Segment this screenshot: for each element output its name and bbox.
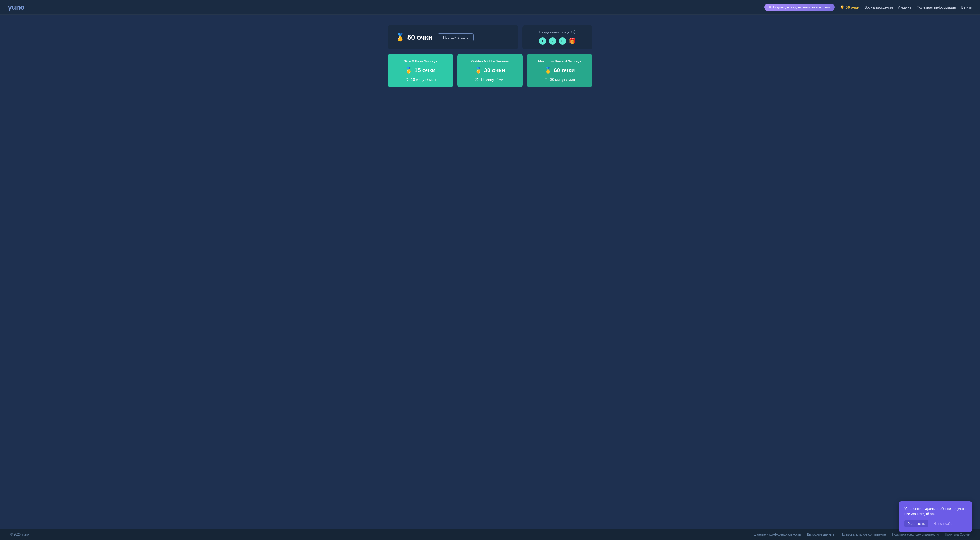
max-points-value: 60 очки [554, 67, 575, 74]
footer-privacy-policy[interactable]: Политика конфиденциальности [892, 533, 939, 536]
footer-links: Данные и конфиденциальность Выходные дан… [754, 533, 969, 536]
header: yuno Подтвердить адрес электронной почты… [0, 0, 980, 15]
help-icon[interactable]: ? [571, 30, 575, 34]
points-badge: 🏆 50 очки [840, 5, 859, 10]
footer-data-privacy[interactable]: Данные и конфиденциальность [754, 533, 801, 536]
header-points-value: 50 очки [846, 5, 859, 10]
points-display: 🥇 50 очки [396, 33, 433, 42]
max-survey-time: ⏱ 30 минут / мин [544, 78, 575, 82]
easy-clock-icon: ⏱ [405, 78, 409, 82]
middle-time-value: 15 минут / мин [480, 78, 505, 82]
daily-bonus-card: Ежедневный Бонус ? 1 2 3 🎁 [522, 25, 592, 49]
max-clock-icon: ⏱ [544, 78, 548, 82]
step-2: 2 [549, 37, 556, 45]
points-value: 50 очки [407, 33, 433, 41]
easy-medal-icon: 🥇 [405, 67, 412, 74]
trophy-icon: 🏆 [840, 5, 844, 10]
max-time-value: 30 минут / мин [550, 78, 575, 82]
top-row: 🥇 50 очки Поставить цель Ежедневный Бону… [388, 25, 592, 49]
daily-bonus-title: Ежедневный Бонус ? [539, 30, 575, 34]
middle-survey-time: ⏱ 15 минут / мин [475, 78, 505, 82]
survey-card-max[interactable]: Maximum Reward Surveys 🥇 60 очки ⏱ 30 ми… [527, 54, 592, 88]
toast-dismiss-button[interactable]: Нет, спасибо [931, 520, 955, 527]
middle-points-value: 30 очки [484, 67, 505, 74]
logo: yuno [8, 3, 24, 11]
middle-clock-icon: ⏱ [475, 78, 478, 82]
toast-set-password-button[interactable]: Установить [904, 520, 928, 527]
step-1: 1 [539, 37, 546, 45]
step-3: 3 [559, 37, 566, 45]
bonus-steps: 1 2 3 🎁 [539, 37, 576, 45]
middle-survey-points: 🥇 30 очки [475, 67, 505, 74]
nav-info[interactable]: Полезная информация [916, 5, 956, 10]
footer-cookie-policy[interactable]: Политика Cookie [945, 533, 969, 536]
survey-card-middle[interactable]: Golden Middle Surveys 🥇 30 очки ⏱ 15 мин… [457, 54, 523, 88]
nav-right: Подтвердить адрес электронной почты 🏆 50… [764, 4, 972, 11]
toast-buttons: Установить Нет, спасибо [904, 520, 966, 527]
easy-survey-points: 🥇 15 очки [405, 67, 436, 74]
easy-time-value: 10 минут / мин [411, 78, 436, 82]
points-card: 🥇 50 очки Поставить цель [388, 25, 518, 49]
set-goal-button[interactable]: Поставить цель [438, 33, 474, 41]
max-survey-points: 🥇 60 очки [544, 67, 575, 74]
cards-container: 🥇 50 очки Поставить цель Ежедневный Бону… [388, 25, 592, 88]
copyright: © 2020 Yuno [11, 533, 29, 536]
footer: © 2020 Yuno Данные и конфиденциальность … [0, 529, 980, 540]
survey-row: Nice & Easy Surveys 🥇 15 очки ⏱ 10 минут… [388, 54, 592, 88]
verify-email-button[interactable]: Подтвердить адрес электронной почты [764, 4, 835, 11]
nav-logout[interactable]: Выйти [961, 5, 972, 10]
toast-message: Установите пароль, чтобы не получать пис… [904, 506, 966, 516]
main-content: 🥇 50 очки Поставить цель Ежедневный Бону… [0, 15, 980, 529]
easy-survey-title: Nice & Easy Surveys [404, 59, 438, 63]
nav-account[interactable]: Аккаунт [898, 5, 912, 10]
easy-points-value: 15 очки [414, 67, 436, 74]
max-survey-title: Maximum Reward Surveys [538, 59, 581, 63]
medal-icon: 🥇 [396, 33, 405, 42]
survey-card-easy[interactable]: Nice & Easy Surveys 🥇 15 очки ⏱ 10 минут… [388, 54, 453, 88]
daily-bonus-label: Ежедневный Бонус [539, 30, 570, 34]
easy-survey-time: ⏱ 10 минут / мин [405, 78, 436, 82]
nav-rewards[interactable]: Вознаграждения [865, 5, 893, 10]
middle-survey-title: Golden Middle Surveys [471, 59, 509, 63]
middle-medal-icon: 🥇 [475, 67, 482, 74]
footer-output-data[interactable]: Выходные данные [807, 533, 834, 536]
footer-agreement[interactable]: Пользовательское соглашение [840, 533, 886, 536]
toast-notification: Установите пароль, чтобы не получать пис… [899, 502, 972, 532]
gift-icon: 🎁 [569, 38, 576, 45]
max-medal-icon: 🥇 [544, 67, 552, 74]
